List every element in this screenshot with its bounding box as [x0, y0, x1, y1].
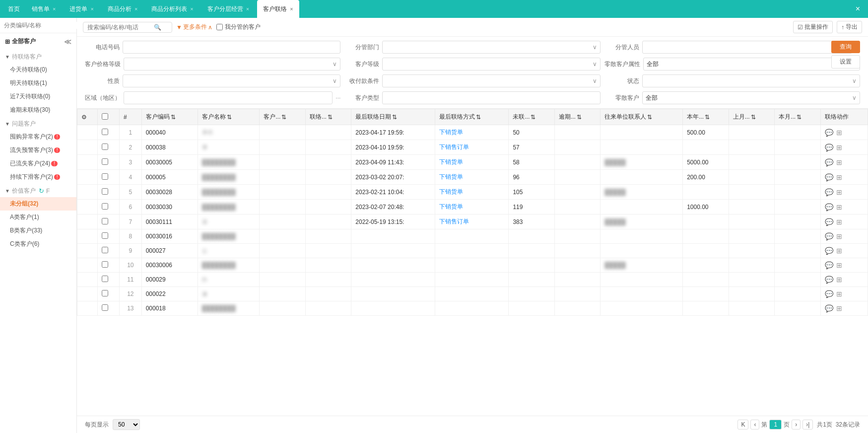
no-contact-col-header[interactable]: 未联...⇅: [509, 109, 554, 125]
sales-tab[interactable]: 销售单 ×: [26, 0, 62, 18]
problem-customer-group[interactable]: ▼ 问题客户: [0, 117, 76, 130]
type-col-header[interactable]: 客户...⇅: [260, 109, 305, 125]
sidebar-item-abnormal[interactable]: 囤购异常客户(2) !: [0, 130, 76, 144]
row-checkbox[interactable]: [102, 247, 108, 253]
dept-select[interactable]: ∨: [382, 41, 600, 54]
more-conditions-btn[interactable]: ▼ 更多条件 ∧: [176, 23, 212, 31]
per-page-select[interactable]: 50 100 200: [113, 419, 140, 430]
select-all-checkbox[interactable]: [102, 113, 108, 120]
region-input[interactable]: [124, 91, 333, 104]
next-page-button[interactable]: ›: [792, 420, 801, 430]
sidebar-item-week-pending[interactable]: 近7天待联络(0): [0, 90, 76, 103]
checkbox-cell[interactable]: [98, 287, 120, 301]
grid-action-icon[interactable]: ⊞: [836, 188, 842, 196]
chat-icon[interactable]: 💬: [825, 203, 833, 211]
company-contact-col-header[interactable]: 往来单位联系人⇅: [601, 109, 683, 125]
checkbox-cell[interactable]: [98, 125, 120, 140]
my-customers-checkbox[interactable]: [216, 24, 223, 30]
grid-action-icon[interactable]: ⊞: [836, 129, 842, 137]
chat-icon[interactable]: 💬: [825, 276, 833, 284]
collapse-icon[interactable]: ≪: [64, 38, 71, 46]
region-more-icon[interactable]: ···: [335, 94, 340, 101]
payment-select[interactable]: ∨: [382, 74, 600, 87]
row-checkbox[interactable]: [102, 218, 108, 224]
sidebar-search-input[interactable]: [4, 22, 78, 29]
checkbox-col-header[interactable]: [98, 109, 120, 125]
row-checkbox[interactable]: [102, 232, 108, 239]
chat-icon[interactable]: 💬: [825, 144, 833, 151]
grid-action-icon[interactable]: ⊞: [836, 276, 842, 284]
contact-col-header[interactable]: 联络...⇅: [305, 109, 351, 125]
customer-contact-tab[interactable]: 客户联络 ×: [257, 0, 299, 18]
chat-icon[interactable]: 💬: [825, 290, 833, 298]
sidebar-item-unclassified[interactable]: 未分组(32): [0, 197, 76, 211]
checkbox-cell[interactable]: [98, 185, 120, 200]
customer-level-select[interactable]: ∨: [382, 58, 600, 71]
sidebar-item-class-b[interactable]: B类客户(33): [0, 224, 76, 237]
customer-type-input[interactable]: [382, 91, 600, 104]
refresh-icon[interactable]: ↻: [39, 187, 44, 195]
sidebar-item-overdue-pending[interactable]: 逾期未联络(30): [0, 103, 76, 117]
customer-segment-close[interactable]: ×: [246, 6, 249, 12]
settings-col-header[interactable]: ⚙: [77, 109, 98, 125]
sales-tab-close[interactable]: ×: [53, 6, 56, 12]
code-col-header[interactable]: 客户编码⇅: [141, 109, 198, 125]
status-select[interactable]: ∨: [642, 74, 860, 87]
sidebar-item-churn-warning[interactable]: 流失预警客户(3) !: [0, 144, 76, 157]
row-checkbox[interactable]: [102, 129, 108, 135]
row-checkbox[interactable]: [102, 144, 108, 150]
this-year-col-header[interactable]: 本年...⇅: [683, 109, 729, 125]
purchase-tab-close[interactable]: ×: [90, 6, 93, 12]
row-checkbox[interactable]: [102, 203, 108, 210]
grid-action-icon[interactable]: ⊞: [836, 261, 842, 269]
main-search-input[interactable]: [87, 24, 152, 31]
customer-segment-tab[interactable]: 客户分层经营 ×: [201, 0, 255, 18]
customer-contact-close[interactable]: ×: [290, 6, 293, 12]
my-customers-checkbox-label[interactable]: 我分管的客户: [216, 23, 261, 31]
grid-action-icon[interactable]: ⊞: [836, 232, 842, 240]
sidebar-item-churned[interactable]: 已流失客户(24) !: [0, 157, 76, 170]
home-tab[interactable]: 首页: [4, 0, 24, 18]
checkbox-cell[interactable]: [98, 258, 120, 273]
checkbox-cell[interactable]: [98, 170, 120, 185]
product-analysis-list-close[interactable]: ×: [190, 6, 193, 12]
row-checkbox[interactable]: [102, 261, 108, 268]
chat-icon[interactable]: 💬: [825, 173, 833, 181]
chat-icon[interactable]: 💬: [825, 188, 833, 196]
chat-icon[interactable]: 💬: [825, 247, 833, 255]
last-date-col-header[interactable]: 最后联络日期⇅: [351, 109, 435, 125]
sidebar-item-class-a[interactable]: A类客户(1): [0, 211, 76, 224]
price-level-select[interactable]: ∨: [124, 58, 340, 71]
prev-page-button[interactable]: ‹: [750, 420, 759, 430]
batch-operation-button[interactable]: ☑ 批量操作: [793, 21, 833, 33]
row-checkbox[interactable]: [102, 158, 108, 165]
grid-action-icon[interactable]: ⊞: [836, 247, 842, 255]
phone-input[interactable]: [123, 41, 340, 54]
last-month-col-header[interactable]: 上月...⇅: [729, 109, 774, 125]
nature-select[interactable]: ∨: [123, 74, 340, 87]
sidebar-item-today-pending[interactable]: 今天待联络(0): [0, 63, 76, 76]
pending-contact-group[interactable]: ▼ 待联络客户: [0, 50, 76, 63]
name-col-header[interactable]: 客户名称⇅: [198, 109, 260, 125]
chat-icon[interactable]: 💬: [825, 261, 833, 269]
checkbox-cell[interactable]: [98, 140, 120, 155]
grid-action-icon[interactable]: ⊞: [836, 218, 842, 226]
query-button[interactable]: 查询: [831, 41, 860, 53]
this-month-col-header[interactable]: 本月...⇅: [775, 109, 820, 125]
last-method-col-header[interactable]: 最后联络方式⇅: [435, 109, 509, 125]
product-analysis-tab[interactable]: 商品分析 ×: [102, 0, 143, 18]
all-customers-header[interactable]: ⊞ 全部客户 ≪: [0, 33, 76, 50]
checkbox-cell[interactable]: [98, 200, 120, 215]
grid-action-icon[interactable]: ⊞: [836, 290, 842, 298]
grid-action-icon[interactable]: ⊞: [836, 173, 842, 181]
manager-input[interactable]: [642, 41, 852, 54]
reset-button[interactable]: 设置: [831, 55, 860, 69]
value-customer-group[interactable]: ▼ 价值客户 ↻ F: [0, 184, 76, 197]
main-search-icon[interactable]: 🔍: [154, 24, 161, 31]
row-checkbox[interactable]: [102, 188, 108, 195]
product-analysis-list-tab[interactable]: 商品分析列表 ×: [145, 0, 199, 18]
sidebar-item-tomorrow-pending[interactable]: 明天待联络(1): [0, 76, 76, 90]
row-checkbox[interactable]: [102, 173, 108, 180]
chat-icon[interactable]: 💬: [825, 218, 833, 226]
sidebar-item-declining[interactable]: 持续下滑客户(2) !: [0, 170, 76, 184]
